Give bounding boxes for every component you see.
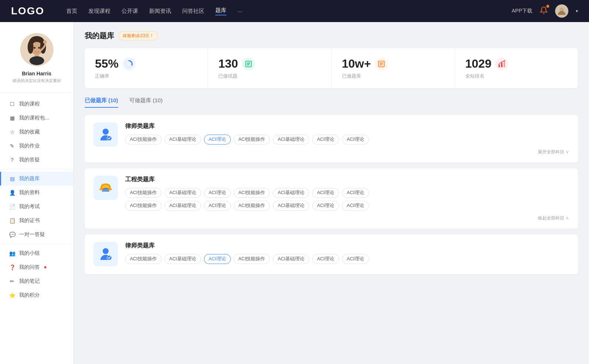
tag-eng-2-7[interactable]: ACI理论 — [342, 201, 369, 211]
tag-eng-1-1[interactable]: ACI技能操作 — [125, 188, 162, 198]
tag-eng-2-6[interactable]: ACI理论 — [312, 201, 339, 211]
trial-badge: 体验剩余23天！ — [119, 31, 158, 40]
stats-row: 55% 正确率 130 — [85, 48, 578, 88]
stat-value-accuracy: 55% — [95, 57, 119, 71]
page-header: 我的题库 体验剩余23天！ — [85, 31, 578, 41]
app-download-button[interactable]: APP下载 — [512, 8, 532, 14]
tag-eng-1-7[interactable]: ACI理论 — [342, 188, 369, 198]
tag-lawyer1-4[interactable]: ACI技能操作 — [234, 135, 270, 144]
main-content: 我的题库 体验剩余23天！ 55% 正确率 — [74, 22, 589, 364]
bank-card-engineer: 工程类题库 ACI技能操作 ACI基础理论 ACI理论 ACI技能操作 ACI基… — [85, 168, 578, 229]
sidebar-item-favorites[interactable]: ☆ 我的收藏 — [0, 125, 73, 139]
sidebar: Brian Harris 错误的决定比没有决定要好 ☐ 我的课程 ▦ 我的课程包… — [0, 22, 74, 364]
sidebar-item-homework[interactable]: ✎ 我的作业 — [0, 139, 73, 153]
course-icon: ☐ — [9, 101, 15, 107]
nav-question-bank[interactable]: 题库 — [215, 7, 226, 15]
nav-more[interactable]: ··· — [237, 8, 242, 14]
sidebar-item-my-points[interactable]: ⭐ 我的积分 — [0, 288, 73, 302]
sidebar-item-my-info[interactable]: 👤 我的资料 — [0, 186, 73, 200]
nav-qa[interactable]: 问答社区 — [182, 8, 204, 15]
bank-content-lawyer-2: 律师类题库 ACI技能操作 ACI基础理论 ACI理论 ACI技能操作 ACI基… — [125, 242, 569, 267]
sidebar-item-my-notes[interactable]: ✏ 我的笔记 — [0, 274, 73, 288]
tab-done-banks[interactable]: 已做题库 (10) — [85, 97, 118, 108]
tag-eng-1-6[interactable]: ACI理论 — [312, 188, 339, 198]
divider-1 — [0, 169, 73, 169]
stat-label-ranking: 全站排名 — [465, 73, 568, 79]
expand-btn-lawyer-1[interactable]: 展开全部科目 ∨ — [125, 147, 569, 155]
bank-icon-lawyer-2 — [94, 242, 118, 266]
navbar: LOGO 首页 发现课程 公开课 新闻资讯 问答社区 题库 ··· APP下载 … — [0, 0, 589, 22]
nav-open-course[interactable]: 公开课 — [121, 8, 138, 15]
nav-home[interactable]: 首页 — [66, 8, 77, 15]
user-motto: 错误的决定比没有决定要好 — [7, 78, 66, 83]
user-dropdown-arrow[interactable]: ▾ — [576, 8, 578, 14]
ranking-icon — [495, 57, 508, 71]
svg-point-4 — [28, 40, 33, 54]
tabs-bar: 已做题库 (10) 可做题库 (10) — [85, 97, 578, 108]
tag-lawyer2-5[interactable]: ACI基础理论 — [273, 254, 309, 264]
tag-eng-2-3[interactable]: ACI理论 — [204, 201, 231, 211]
tag-lawyer1-5[interactable]: ACI基础理论 — [273, 135, 309, 144]
notification-badge — [546, 5, 549, 8]
tags-row-engineer-1: ACI技能操作 ACI基础理论 ACI理论 ACI技能操作 ACI基础理论 AC… — [125, 188, 569, 198]
username: Brian Harris — [7, 71, 66, 76]
sidebar-menu: ☐ 我的课程 ▦ 我的课程包... ☆ 我的收藏 ✎ 我的作业 ? 我的答疑 ▤ — [0, 97, 73, 302]
qa-icon: ? — [9, 157, 15, 163]
logo[interactable]: LOGO — [11, 5, 44, 17]
user-avatar-navbar[interactable] — [555, 4, 568, 18]
tag-lawyer1-2[interactable]: ACI基础理论 — [165, 135, 201, 144]
sidebar-item-certificate[interactable]: 📋 我的证书 — [0, 214, 73, 228]
questions-badge — [44, 266, 46, 268]
favorites-icon: ☆ — [9, 129, 15, 135]
tag-eng-2-5[interactable]: ACI基础理论 — [273, 201, 309, 211]
bank-card-lawyer-2: 律师类题库 ACI技能操作 ACI基础理论 ACI理论 ACI技能操作 ACI基… — [85, 235, 578, 274]
tag-lawyer1-7[interactable]: ACI理论 — [342, 135, 369, 144]
question-bank-icon: ▤ — [9, 176, 15, 182]
tag-eng-2-2[interactable]: ACI基础理论 — [165, 201, 201, 211]
certificate-icon: 📋 — [9, 218, 15, 224]
tag-lawyer1-6[interactable]: ACI理论 — [312, 135, 339, 144]
tag-lawyer2-1[interactable]: ACI技能操作 — [125, 254, 162, 264]
svg-point-8 — [33, 47, 35, 49]
tab-available-banks[interactable]: 可做题库 (10) — [129, 97, 163, 108]
sidebar-item-my-questions[interactable]: ❓ 我的问答 — [0, 260, 73, 274]
tag-lawyer1-1[interactable]: ACI技能操作 — [125, 135, 162, 144]
tag-eng-2-4[interactable]: ACI技能操作 — [234, 201, 270, 211]
stat-label-done: 已做试题 — [218, 73, 321, 79]
sidebar-item-course-package[interactable]: ▦ 我的课程包... — [0, 111, 73, 125]
tag-eng-1-4[interactable]: ACI技能操作 — [234, 188, 270, 198]
svg-point-28 — [103, 129, 109, 135]
tag-eng-1-3[interactable]: ACI理论 — [204, 188, 231, 198]
stat-top-accuracy: 55% — [95, 57, 197, 71]
tag-lawyer2-4[interactable]: ACI技能操作 — [234, 254, 270, 264]
navbar-right: APP下载 ▾ — [512, 4, 578, 18]
tag-lawyer2-2[interactable]: ACI基础理论 — [165, 254, 201, 264]
svg-point-32 — [103, 248, 109, 254]
tags-row-engineer-2: ACI技能操作 ACI基础理论 ACI理论 ACI技能操作 ACI基础理论 AC… — [125, 201, 569, 211]
sidebar-item-my-group[interactable]: 👥 我的小组 — [0, 246, 73, 260]
tag-lawyer2-7[interactable]: ACI理论 — [342, 254, 369, 264]
tag-lawyer2-3[interactable]: ACI理论 — [204, 254, 231, 264]
tag-eng-1-5[interactable]: ACI基础理论 — [273, 188, 309, 198]
sidebar-item-question-bank[interactable]: ▤ 我的题库 — [0, 172, 73, 186]
page-wrapper: Brian Harris 错误的决定比没有决定要好 ☐ 我的课程 ▦ 我的课程包… — [0, 22, 589, 364]
tag-lawyer1-3[interactable]: ACI理论 — [204, 135, 231, 144]
bank-content-engineer: 工程类题库 ACI技能操作 ACI基础理论 ACI理论 ACI技能操作 ACI基… — [125, 176, 569, 221]
sidebar-item-my-qa[interactable]: ? 我的答疑 — [0, 153, 73, 167]
sidebar-item-my-exam[interactable]: 📄 我的考试 — [0, 200, 73, 214]
bank-title-engineer: 工程类题库 — [125, 176, 569, 183]
stat-top-banks: 10w+ — [342, 57, 444, 71]
tag-lawyer2-6[interactable]: ACI理论 — [312, 254, 339, 264]
svg-point-7 — [29, 56, 44, 65]
nav-news[interactable]: 新闻资讯 — [149, 8, 171, 15]
sidebar-item-one-on-one[interactable]: 💬 一对一答疑 — [0, 228, 73, 242]
sidebar-item-my-course[interactable]: ☐ 我的课程 — [0, 97, 73, 111]
tag-eng-1-2[interactable]: ACI基础理论 — [165, 188, 201, 198]
questions-icon: ❓ — [9, 264, 15, 270]
svg-point-26 — [504, 60, 505, 61]
bank-card-lawyer-1: 律师类题库 ACI技能操作 ACI基础理论 ACI理论 ACI技能操作 ACI基… — [85, 115, 578, 163]
tag-eng-2-1[interactable]: ACI技能操作 — [125, 201, 162, 211]
notification-bell[interactable] — [540, 6, 548, 16]
collapse-btn-engineer[interactable]: 收起全部科目 ∧ — [125, 214, 569, 221]
nav-discover[interactable]: 发现课程 — [88, 8, 110, 15]
